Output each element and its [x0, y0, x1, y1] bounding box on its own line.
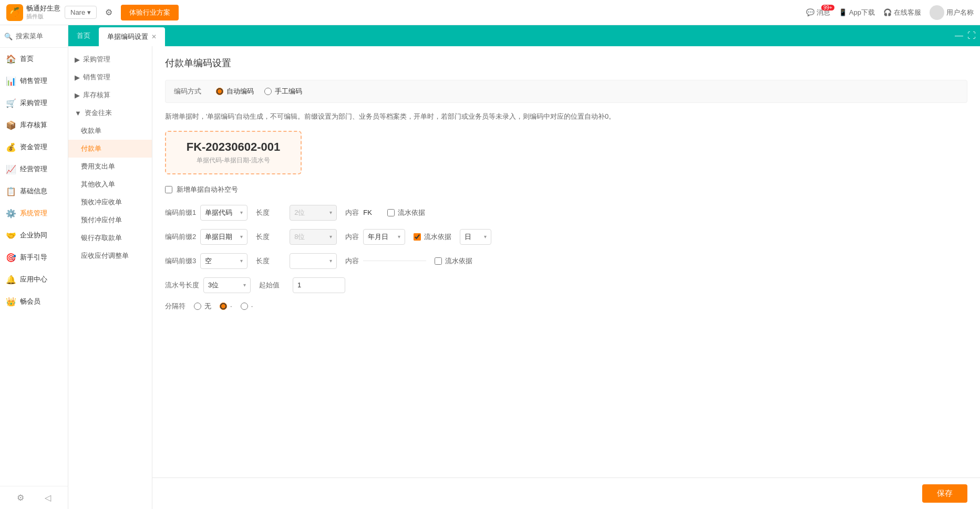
sidebar-item-cooperation[interactable]: 🤝 企业协同: [0, 224, 68, 246]
sidebar-item-operations[interactable]: 📈 经营管理: [0, 158, 68, 180]
tab-home[interactable]: 首页: [68, 25, 99, 46]
sub-group-inventory-label: 库存核算: [83, 90, 110, 100]
sub-item-adjust[interactable]: 应收应付调整单: [68, 247, 152, 265]
period-select[interactable]: 日 ▾: [460, 229, 491, 245]
message-item[interactable]: 💬 消息 99+: [806, 8, 830, 17]
auto-encoding-option[interactable]: 自动编码: [216, 87, 254, 96]
sep-dot-option[interactable]: ·: [220, 302, 232, 310]
chevron-down-icon: ▼: [75, 109, 81, 117]
settings-bottom-icon[interactable]: ⚙: [17, 493, 24, 503]
settings-icon[interactable]: ⚙: [101, 5, 117, 20]
length1-select[interactable]: 2位 ▾: [290, 205, 337, 221]
sidebar-search[interactable]: 🔍 搜索菜单: [0, 25, 68, 48]
dropdown-button[interactable]: Nare ▾: [65, 6, 97, 19]
user-area[interactable]: 用户名称: [930, 5, 974, 20]
stream2-checkbox[interactable]: 流水依据: [414, 232, 451, 242]
stream2-check[interactable]: [414, 233, 421, 241]
auto-fill-checkbox[interactable]: [165, 186, 172, 193]
collapse-icon[interactable]: ◁: [45, 493, 51, 503]
length2-select[interactable]: 8位 ▾: [290, 229, 337, 245]
top-bar-right: 💬 消息 99+ 📱 App下载 🎧 在线客服 用户名称: [806, 5, 974, 20]
online-service-item[interactable]: 🎧 在线客服: [883, 8, 921, 17]
industry-button[interactable]: 体验行业方案: [121, 5, 179, 20]
save-button[interactable]: 保存: [922, 484, 967, 503]
content2-select[interactable]: 年月日 ▾: [363, 229, 405, 245]
sep-none-option[interactable]: 无: [194, 302, 211, 311]
length2-field: 长度 8位 ▾: [256, 229, 337, 245]
sidebar-item-sales[interactable]: 📊 销售管理: [0, 70, 68, 92]
stream1-check[interactable]: [387, 209, 395, 216]
sub-item-bank[interactable]: 银行存取款单: [68, 229, 152, 247]
sidebar-item-inventory[interactable]: 📦 库存核算: [0, 114, 68, 136]
app-download-item[interactable]: 📱 App下载: [839, 8, 875, 17]
tab-maximize-icon[interactable]: ⛶: [967, 31, 976, 40]
serial-length-value: 3位: [208, 281, 219, 290]
chevron-down-icon: ▾: [240, 234, 243, 240]
stream1-checkbox[interactable]: 流水依据: [387, 208, 425, 217]
chevron-down-icon: ▾: [329, 258, 332, 264]
sub-item-payment[interactable]: 付款单: [68, 140, 152, 158]
sub-group-inventory-header[interactable]: ▶ 库存核算: [68, 86, 152, 104]
sub-item-receipt[interactable]: 收款单: [68, 122, 152, 140]
sub-item-other-income[interactable]: 其他收入单: [68, 175, 152, 193]
prefix-row-1: 编码前缀1 单据代码 ▾ 长度 2位 ▾: [165, 205, 967, 221]
length3-label: 长度: [256, 256, 285, 266]
tab-doc-label: 单据编码设置: [107, 32, 148, 41]
sidebar-item-purchase[interactable]: 🛒 采购管理: [0, 92, 68, 114]
chevron-right-icon: ▶: [75, 56, 80, 64]
sales-icon: 📊: [6, 76, 16, 86]
tab-bar-actions: — ⛶: [951, 31, 980, 40]
sub-group-capital-header[interactable]: ▼ 资金往来: [68, 104, 152, 122]
dropdown-label: Nare: [70, 8, 85, 16]
sub-item-prepay-pay[interactable]: 预付冲应付单: [68, 211, 152, 229]
sep-dot2-option[interactable]: ·: [241, 302, 253, 310]
content3-field: 内容: [345, 256, 426, 266]
sep-dot-radio[interactable]: [220, 303, 227, 310]
length2-value: 8位: [294, 232, 305, 242]
avatar: [930, 5, 944, 20]
serial-length-select[interactable]: 3位 ▾: [203, 277, 251, 293]
prefix1-value: 单据代码: [205, 208, 232, 217]
chevron-down-icon: ▾: [243, 282, 246, 288]
sep-none-radio[interactable]: [194, 303, 201, 310]
sidebar-bottom: ⚙ ◁: [0, 486, 68, 509]
auto-encoding-radio[interactable]: [216, 88, 223, 95]
app-icon: 📱: [839, 8, 847, 16]
length1-field: 长度 2位 ▾: [256, 205, 337, 221]
prefix1-select[interactable]: 单据代码 ▾: [200, 205, 247, 221]
prefix2-select[interactable]: 单据日期 ▾: [200, 229, 247, 245]
sidebar-item-guide[interactable]: 🎯 新手引导: [0, 246, 68, 268]
prefix3-field: 编码前缀3 空 ▾: [165, 253, 247, 269]
sub-item-expense[interactable]: 费用支出单: [68, 158, 152, 175]
sidebar-item-basic-info[interactable]: 📋 基础信息: [0, 180, 68, 202]
logo-sub: 插件版: [26, 13, 60, 20]
manual-encoding-radio[interactable]: [264, 88, 272, 95]
sidebar-item-home[interactable]: 🏠 首页: [0, 48, 68, 70]
sub-sidebar: ▶ 采购管理 ▶ 销售管理 ▶ 库存核算: [68, 46, 152, 509]
sub-group-sales-header[interactable]: ▶ 销售管理: [68, 68, 152, 86]
tab-minimize-icon[interactable]: —: [955, 31, 963, 40]
manual-encoding-option[interactable]: 手工编码: [264, 87, 302, 96]
prefix3-select[interactable]: 空 ▾: [200, 253, 247, 269]
sidebar-item-member[interactable]: 👑 畅会员: [0, 290, 68, 313]
content1-label: 内容: [345, 208, 359, 217]
finance-icon: 💰: [6, 142, 16, 152]
logo-icon: 🍊: [6, 4, 23, 21]
sidebar-item-app-center[interactable]: 🔔 应用中心: [0, 268, 68, 290]
stream2-label: 流水依据: [424, 232, 451, 242]
sidebar-item-finance[interactable]: 💰 资金管理: [0, 136, 68, 158]
tab-close-icon[interactable]: ✕: [151, 33, 157, 40]
sub-item-prepay-collect[interactable]: 预收冲应收单: [68, 193, 152, 211]
tab-document-encoding[interactable]: 单据编码设置 ✕: [99, 27, 165, 46]
sub-group-purchase-header[interactable]: ▶ 采购管理: [68, 50, 152, 68]
sep-dot2-radio[interactable]: [241, 303, 248, 310]
sidebar-item-system[interactable]: ⚙️ 系统管理: [0, 202, 68, 224]
prefix-row-3: 编码前缀3 空 ▾ 长度 ▾: [165, 253, 967, 269]
sub-group-sales: ▶ 销售管理: [68, 68, 152, 86]
length3-select[interactable]: ▾: [290, 253, 337, 269]
stream3-check[interactable]: [435, 257, 442, 265]
main-layout: 🔍 搜索菜单 🏠 首页 📊 销售管理 🛒 采购管理 📦 库存核算 💰 资金管理 …: [0, 25, 980, 509]
start-value-input[interactable]: [293, 277, 345, 293]
stream3-checkbox[interactable]: 流水依据: [435, 256, 472, 266]
home-icon: 🏠: [6, 54, 16, 64]
